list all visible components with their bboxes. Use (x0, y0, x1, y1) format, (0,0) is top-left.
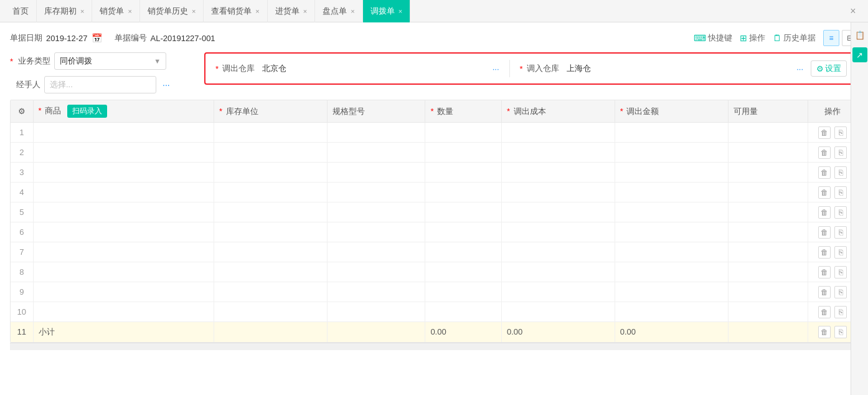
delete-row-icon[interactable]: 🗑 (818, 246, 831, 259)
cell-spec[interactable] (327, 163, 425, 183)
cell-unit[interactable] (214, 282, 328, 302)
copy-row-icon[interactable]: ⎘ (834, 166, 847, 179)
cell-amount[interactable] (615, 302, 728, 322)
cell-unit[interactable] (214, 302, 328, 322)
handler-more-icon[interactable]: ··· (163, 80, 170, 90)
list-view-button[interactable]: ≡ (823, 30, 839, 46)
tab-close-sales-history[interactable]: × (192, 7, 196, 15)
cell-cost[interactable] (501, 302, 615, 322)
delete-row-icon[interactable]: 🗑 (818, 186, 831, 199)
delete-row-icon[interactable]: 🗑 (818, 146, 831, 159)
cell-quantity[interactable] (425, 242, 502, 262)
cell-amount[interactable] (615, 222, 728, 242)
cell-product[interactable] (33, 302, 214, 322)
cell-quantity[interactable] (425, 262, 502, 282)
cell-spec[interactable] (327, 302, 425, 322)
cell-amount[interactable] (615, 163, 728, 183)
operations-action[interactable]: ⊞ 操作 (740, 32, 765, 44)
cell-cost[interactable] (501, 222, 615, 242)
cell-quantity[interactable] (425, 123, 502, 143)
tab-close-inventory-init[interactable]: × (80, 7, 84, 15)
cell-unit[interactable] (214, 183, 328, 202)
cell-product[interactable] (33, 163, 214, 183)
copy-icon[interactable]: ⎘ (834, 326, 847, 338)
cell-spec[interactable] (327, 262, 425, 282)
delete-row-icon[interactable]: 🗑 (818, 166, 831, 179)
tab-transfer[interactable]: 调拨单 × (363, 0, 410, 22)
warehouse-in-more-icon[interactable]: ··· (796, 64, 803, 74)
cell-quantity[interactable] (425, 302, 502, 322)
cell-unit[interactable] (214, 262, 328, 282)
th-settings[interactable]: ⚙ (11, 100, 33, 123)
horizontal-scrollbar[interactable] (10, 343, 858, 350)
tab-close-stocktake[interactable]: × (351, 7, 354, 15)
cell-cost[interactable] (501, 143, 615, 163)
business-type-input[interactable]: 同价调拨 ▼ (54, 52, 166, 70)
copy-row-icon[interactable]: ⎘ (834, 246, 847, 259)
delete-icon[interactable]: 🗑 (818, 326, 831, 338)
sidebar-notes-icon[interactable]: 📋 (852, 27, 867, 42)
cell-quantity[interactable] (425, 183, 502, 202)
cell-quantity[interactable] (425, 163, 502, 183)
copy-row-icon[interactable]: ⎘ (834, 226, 847, 239)
cell-amount[interactable] (615, 242, 728, 262)
cell-product[interactable] (33, 282, 214, 302)
cell-spec[interactable] (327, 222, 425, 242)
cell-product[interactable] (33, 202, 214, 222)
cell-spec[interactable] (327, 202, 425, 222)
cell-spec[interactable] (327, 282, 425, 302)
cell-unit[interactable] (214, 143, 328, 163)
tab-close-sales-order[interactable]: × (128, 7, 131, 15)
sidebar-external-icon[interactable]: ↗ (852, 47, 867, 62)
scan-input-button[interactable]: 扫码录入 (67, 105, 107, 118)
cell-unit[interactable] (214, 202, 328, 222)
copy-row-icon[interactable]: ⎘ (834, 146, 847, 159)
cell-cost[interactable] (501, 123, 615, 143)
cell-amount[interactable] (615, 143, 728, 163)
tab-sales-history[interactable]: 销货单历史 × (140, 0, 204, 22)
cell-amount[interactable] (615, 202, 728, 222)
cell-product[interactable] (33, 183, 214, 202)
delete-row-icon[interactable]: 🗑 (818, 306, 831, 318)
cell-product[interactable] (33, 262, 214, 282)
copy-row-icon[interactable]: ⎘ (834, 306, 847, 318)
cell-spec[interactable] (327, 143, 425, 163)
tab-view-sales[interactable]: 查看销货单 × (204, 0, 267, 22)
warehouse-settings-button[interactable]: ⚙ 设置 (811, 60, 847, 77)
cell-cost[interactable] (501, 242, 615, 262)
cell-spec[interactable] (327, 123, 425, 143)
cell-amount[interactable] (615, 282, 728, 302)
cell-product[interactable] (33, 222, 214, 242)
cell-amount[interactable] (615, 183, 728, 202)
calendar-icon[interactable]: 📅 (92, 33, 102, 43)
tab-close-transfer[interactable]: × (399, 7, 402, 15)
tab-close-purchase[interactable]: × (303, 7, 307, 15)
delete-row-icon[interactable]: 🗑 (818, 266, 831, 278)
copy-row-icon[interactable]: ⎘ (834, 266, 847, 278)
cell-cost[interactable] (501, 163, 615, 183)
cell-unit[interactable] (214, 123, 328, 143)
cell-cost[interactable] (501, 262, 615, 282)
cell-spec[interactable] (327, 183, 425, 202)
warehouse-out-more-icon[interactable]: ··· (493, 64, 499, 74)
cell-amount[interactable] (615, 262, 728, 282)
tab-sales-order[interactable]: 销货单 × (92, 0, 139, 22)
cell-product[interactable] (33, 123, 214, 143)
tab-stocktake[interactable]: 盘点单 × (315, 0, 362, 22)
cell-cost[interactable] (501, 282, 615, 302)
history-action[interactable]: 🗒 历史单据 (773, 32, 816, 44)
cell-spec[interactable] (327, 242, 425, 262)
cell-product[interactable] (33, 143, 214, 163)
copy-row-icon[interactable]: ⎘ (834, 206, 847, 219)
tab-inventory-init[interactable]: 库存期初 × (37, 0, 92, 22)
cell-quantity[interactable] (425, 143, 502, 163)
cell-product[interactable] (33, 242, 214, 262)
delete-row-icon[interactable]: 🗑 (818, 206, 831, 219)
cell-quantity[interactable] (425, 282, 502, 302)
copy-row-icon[interactable]: ⎘ (834, 126, 847, 139)
cell-quantity[interactable] (425, 202, 502, 222)
cell-unit[interactable] (214, 222, 328, 242)
handler-input[interactable]: 选择... (44, 76, 156, 93)
shortcut-action[interactable]: ⌨ 快捷键 (694, 32, 732, 44)
copy-row-icon[interactable]: ⎘ (834, 286, 847, 298)
